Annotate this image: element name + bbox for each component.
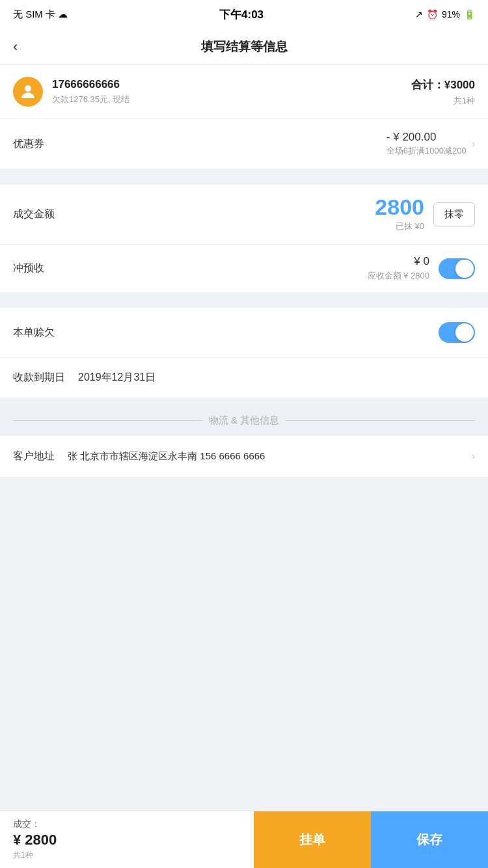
amount-right: 2800 已抹 ¥0 抹零: [375, 196, 475, 232]
duedate-label: 收款到期日: [13, 371, 65, 385]
amount-row: 成交金额 2800 已抹 ¥0 抹零: [0, 184, 488, 244]
user-total: 合计：¥3000 共1种: [411, 77, 475, 107]
back-button[interactable]: ‹: [13, 38, 18, 55]
prepayment-toggle[interactable]: [439, 258, 475, 279]
debt-toggle[interactable]: [439, 322, 475, 343]
total-count: 共1种: [411, 95, 475, 107]
address-chevron-icon: ›: [472, 450, 475, 462]
prepayment-row: 冲预收 ¥ 0 应收金额 ¥ 2800: [0, 244, 488, 292]
divider-line-left: [13, 420, 202, 421]
section-divider-2: [0, 300, 488, 308]
amount-card: 成交金额 2800 已抹 ¥0 抹零 冲预收 ¥ 0 应收金额 ¥ 2800: [0, 184, 488, 292]
bottom-price: ¥ 2800: [13, 832, 241, 848]
coupon-row[interactable]: 优惠券 - ¥ 200.00 全场6折满1000减200 ›: [0, 118, 488, 169]
prepayment-sub: 应收金额 ¥ 2800: [368, 270, 429, 282]
prepayment-right: ¥ 0 应收金额 ¥ 2800: [368, 255, 475, 282]
status-right: ↗ ⏰ 91% 🔋: [415, 9, 475, 20]
nav-bar: ‹ 填写结算等信息: [0, 29, 488, 65]
amount-value-group: 2800 已抹 ¥0: [375, 196, 424, 232]
address-label: 客户地址: [13, 450, 55, 463]
debt-row: 本单赊欠: [0, 308, 488, 357]
debt-toggle-knob: [455, 323, 474, 342]
amount-label: 成交金额: [13, 208, 55, 221]
section-divider-1: [0, 176, 488, 184]
battery-label: 91%: [442, 9, 460, 20]
erased-label: 已抹 ¥0: [375, 221, 424, 232]
coupon-desc: 全场6折满1000减200: [386, 145, 467, 157]
status-bar: 无 SIM 卡 ☁ 下午4:03 ↗ ⏰ 91% 🔋: [0, 0, 488, 29]
status-time: 下午4:03: [219, 7, 264, 22]
user-info-card: 17666666666 欠款1276.35元, 现结 合计：¥3000 共1种 …: [0, 65, 488, 169]
coupon-chevron-icon: ›: [472, 138, 475, 150]
deal-amount: 2800: [375, 196, 424, 218]
coupon-label: 优惠券: [13, 137, 44, 151]
battery-icon: 🔋: [464, 9, 475, 20]
bottom-deal-label: 成交：: [13, 819, 241, 830]
prepayment-amount: ¥ 0: [368, 255, 429, 268]
coupon-info: - ¥ 200.00 全场6折满1000减200: [386, 131, 467, 157]
user-debt: 欠款1276.35元, 现结: [52, 94, 411, 105]
address-card: 客户地址 张 北京市市辖区海淀区永丰南 156 6666 6666 ›: [0, 436, 488, 477]
user-phone: 17666666666: [52, 78, 411, 91]
debt-label: 本单赊欠: [13, 326, 55, 340]
status-left: 无 SIM 卡 ☁: [13, 8, 68, 21]
svg-point-0: [25, 85, 31, 92]
content-area: 17666666666 欠款1276.35元, 现结 合计：¥3000 共1种 …: [0, 65, 488, 615]
avatar: [13, 77, 43, 107]
logistics-divider: 物流 & 其他信息: [0, 405, 488, 436]
bottom-count: 共1种: [13, 850, 241, 861]
total-amount: 合计：¥3000: [411, 77, 475, 92]
prepayment-label: 冲预收: [13, 262, 44, 275]
coupon-discount: - ¥ 200.00: [386, 131, 467, 144]
address-value: 张 北京市市辖区海淀区永丰南 156 6666 6666: [68, 449, 465, 464]
toggle-knob: [455, 260, 474, 278]
bottom-bar: 成交： ¥ 2800 共1种 挂单 保存: [0, 811, 488, 868]
debt-card: 本单赊欠 收款到期日 2019年12月31日: [0, 308, 488, 398]
user-info: 17666666666 欠款1276.35元, 现结: [52, 78, 411, 105]
address-row[interactable]: 客户地址 张 北京市市辖区海淀区永丰南 156 6666 6666 ›: [0, 436, 488, 477]
round-button[interactable]: 抹零: [433, 202, 475, 226]
logistics-label: 物流 & 其他信息: [209, 414, 279, 427]
save-button[interactable]: 保存: [371, 811, 488, 869]
location-icon: ↗: [415, 9, 423, 20]
hold-button[interactable]: 挂单: [254, 811, 371, 869]
alarm-icon: ⏰: [427, 9, 438, 20]
bottom-spacer: [0, 485, 488, 550]
user-row: 17666666666 欠款1276.35元, 现结 合计：¥3000 共1种: [0, 65, 488, 118]
page-title: 填写结算等信息: [201, 38, 288, 55]
duedate-row: 收款到期日 2019年12月31日: [0, 357, 488, 398]
bottom-summary: 成交： ¥ 2800 共1种: [0, 819, 254, 861]
prepayment-info: ¥ 0 应收金额 ¥ 2800: [368, 255, 429, 282]
duedate-value: 2019年12月31日: [78, 371, 156, 385]
divider-line-right: [286, 420, 475, 421]
sim-label: 无 SIM 卡 ☁: [13, 8, 68, 21]
